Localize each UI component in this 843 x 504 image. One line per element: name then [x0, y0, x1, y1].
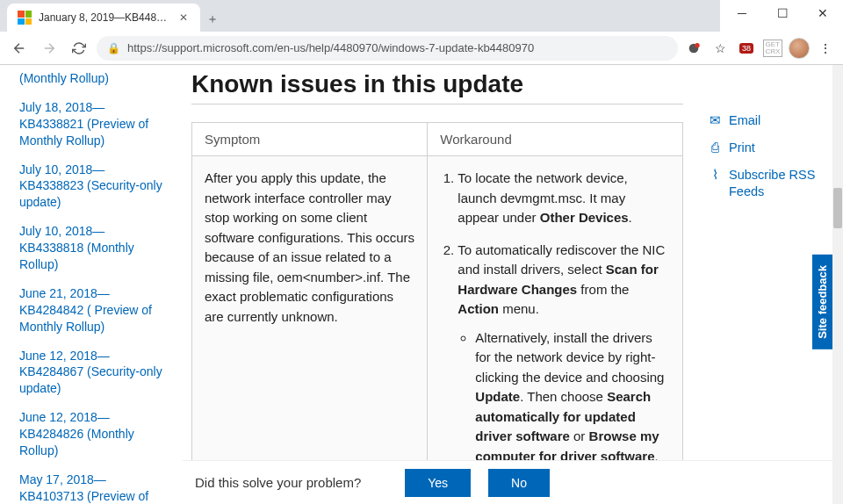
- sidebar-link[interactable]: July 10, 2018—KB4338823 (Security-only u…: [19, 162, 169, 212]
- email-icon: ✉: [708, 112, 722, 129]
- tab-strip: January 8, 2019—KB4480970 (Mo ✕ ＋: [0, 0, 720, 32]
- getcrx-icon[interactable]: GETCRX: [762, 38, 783, 59]
- sidebar-link[interactable]: June 12, 2018—KB4284867 (Security-only u…: [19, 348, 169, 398]
- star-icon[interactable]: ☆: [710, 38, 731, 59]
- svg-point-1: [695, 43, 699, 47]
- no-button[interactable]: No: [488, 469, 550, 497]
- symptom-cell: After you apply this update, the network…: [192, 156, 428, 492]
- col-workaround: Workaround: [428, 123, 683, 156]
- new-tab-button[interactable]: ＋: [200, 7, 225, 32]
- url-text: https://support.microsoft.com/en-us/help…: [127, 41, 534, 54]
- step-2: To automatically rediscover the NIC and …: [458, 241, 670, 467]
- print-link[interactable]: ⎙Print: [708, 140, 832, 156]
- yes-button[interactable]: Yes: [405, 469, 471, 497]
- reload-button[interactable]: [67, 36, 91, 61]
- workaround-cell: To locate the network device, launch dev…: [428, 156, 683, 492]
- article-main: Known issues in this update Symptom Work…: [183, 65, 692, 504]
- sidebar-link[interactable]: May 17, 2018—KB4103713 (Preview of Month…: [19, 472, 169, 504]
- tab-title: January 8, 2019—KB4480970 (Mo: [39, 11, 170, 24]
- close-tab-icon[interactable]: ✕: [177, 11, 190, 24]
- profile-avatar[interactable]: [789, 38, 810, 59]
- back-button[interactable]: [7, 36, 32, 61]
- sidebar-link[interactable]: (Monthly Rollup): [19, 70, 169, 87]
- scrollbar[interactable]: [832, 65, 843, 504]
- browser-tab[interactable]: January 8, 2019—KB4480970 (Mo ✕: [7, 4, 200, 32]
- page-content: (Monthly Rollup) July 18, 2018—KB4338821…: [0, 65, 832, 504]
- email-link[interactable]: ✉Email: [708, 112, 832, 129]
- col-symptom: Symptom: [192, 123, 428, 156]
- feedback-footer: Did this solve your problem? Yes No: [183, 460, 832, 504]
- lock-icon: 🔒: [107, 42, 120, 54]
- issues-table: Symptom Workaround After you apply this …: [191, 122, 683, 492]
- chrome-menu-icon[interactable]: ⋮: [815, 38, 836, 59]
- feedback-question: Did this solve your problem?: [195, 475, 361, 490]
- article-sidebar: (Monthly Rollup) July 18, 2018—KB4338821…: [0, 65, 183, 504]
- scroll-thumb[interactable]: [833, 188, 842, 228]
- print-icon: ⎙: [708, 140, 722, 156]
- forward-button[interactable]: [37, 36, 61, 61]
- sidebar-link[interactable]: July 18, 2018—KB4338821 (Preview of Mont…: [19, 99, 169, 149]
- maximize-button[interactable]: ☐: [762, 0, 803, 26]
- rss-link[interactable]: ⌇Subscribe RSS Feeds: [708, 167, 832, 200]
- address-bar[interactable]: 🔒 https://support.microsoft.com/en-us/he…: [97, 36, 678, 61]
- extension-icon-1[interactable]: [683, 38, 704, 59]
- site-feedback-tab[interactable]: Site feedback: [812, 255, 832, 349]
- sidebar-link[interactable]: June 21, 2018—KB4284842 ( Preview of Mon…: [19, 285, 169, 335]
- rss-icon: ⌇: [708, 167, 722, 184]
- step-2-bullet: Alternatively, install the drivers for t…: [475, 328, 670, 467]
- page-heading: Known issues in this update: [191, 70, 683, 98]
- step-1: To locate the network device, launch dev…: [458, 169, 670, 228]
- ms-favicon: [18, 11, 32, 25]
- sidebar-link[interactable]: July 10, 2018—KB4338818 (Monthly Rollup): [19, 223, 169, 273]
- browser-toolbar: 🔒 https://support.microsoft.com/en-us/he…: [0, 32, 843, 65]
- close-window-button[interactable]: ✕: [803, 0, 843, 26]
- divider: [191, 104, 683, 104]
- minimize-button[interactable]: ─: [722, 0, 762, 26]
- ublock-icon[interactable]: 38: [736, 38, 757, 59]
- right-rail: ✉Email ⎙Print ⌇Subscribe RSS Feeds: [692, 65, 832, 504]
- sidebar-link[interactable]: June 12, 2018—KB4284826 (Monthly Rollup): [19, 409, 169, 459]
